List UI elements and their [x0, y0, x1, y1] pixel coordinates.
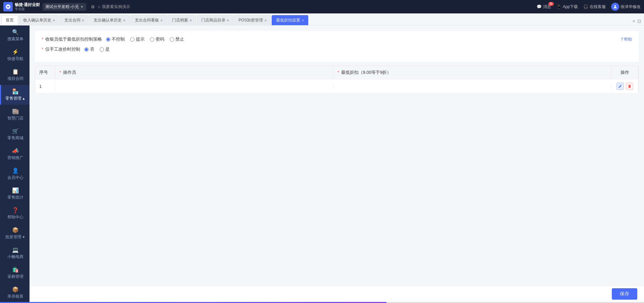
- tab-min-discount-close[interactable]: ×: [302, 18, 304, 22]
- sidebar-item-ecommerce[interactable]: 💻 小畅电商: [0, 243, 30, 263]
- tab-payment-board-label: 支出合同看板: [135, 17, 159, 23]
- help-icon: ❓: [12, 207, 19, 213]
- wholesale-icon: 📦: [12, 227, 19, 233]
- sidebar-item-purchase[interactable]: 🛍️ 采购管理: [0, 263, 30, 283]
- sidebar-item-smart-store[interactable]: 🏬 智慧门店: [0, 105, 30, 124]
- tab-bar-actions: × ⊡: [630, 18, 644, 25]
- close-tab-icon[interactable]: ×: [633, 18, 635, 24]
- help-link[interactable]: ? 帮助: [621, 37, 632, 42]
- help-link-label: 帮助: [624, 37, 632, 42]
- tab-payment-contract-label: 支出合同: [64, 17, 80, 23]
- manual-required-star: *: [42, 47, 43, 52]
- sidebar-item-shortcut[interactable]: ⚡ 快捷导航: [0, 45, 30, 65]
- sidebar-item-online-store[interactable]: 🛒 零售商城: [0, 124, 30, 144]
- sidebar-item-help[interactable]: ❓ 帮助中心: [0, 204, 30, 223]
- sidebar-item-project-label: 项目合同: [7, 76, 23, 82]
- tab-payment-confirm-history[interactable]: 支出确认单历史 ×: [89, 15, 130, 25]
- service-button[interactable]: 🎧 在线客服: [583, 4, 606, 10]
- app-label: App下载: [563, 4, 578, 10]
- sidebar-item-shortcut-label: 快捷导航: [7, 56, 23, 62]
- top-bar: 畅捷·通好业财 专业版 测试分开发程-小兄 ▼ ⚙ ○ 我要看实例演示 💬 消息…: [0, 0, 644, 13]
- tab-min-discount-label: 最低折扣设置: [276, 17, 300, 23]
- delete-row-button[interactable]: [626, 83, 633, 90]
- manual-label: * 仅手工改价时控制: [42, 46, 80, 52]
- manual-radio-group: 否 是: [84, 46, 110, 52]
- tab-store-goods-close[interactable]: ×: [227, 18, 229, 22]
- sidebar-item-inventory-label: 库存核算: [7, 294, 23, 299]
- smart-store-icon: 🏬: [12, 108, 19, 114]
- sidebar-item-retail-stats[interactable]: 📊 零售统计: [0, 184, 30, 204]
- manual-control-row: * 仅手工改价时控制 否 是: [42, 46, 632, 52]
- table-header: 序号 * 操作员 * 最低折扣（9.00等于9折） 操作: [35, 66, 639, 79]
- tab-home-label: 首页: [6, 17, 14, 23]
- tab-payment-contract-close[interactable]: ×: [82, 18, 84, 22]
- discount-required-star: *: [337, 70, 339, 75]
- cashier-required-star: *: [42, 37, 43, 42]
- top-bar-right: 💬 消息 8 📱 App下载 🎧 在线客服 徐泽华修改: [537, 3, 641, 11]
- cashier-radio-remind[interactable]: 提示: [130, 36, 145, 42]
- sidebar-item-purchase-label: 采购管理: [7, 274, 23, 280]
- message-badge: 8: [548, 2, 554, 6]
- td-discount-1: [333, 83, 611, 90]
- sidebar-item-search[interactable]: 🔍 搜索菜单: [0, 26, 30, 45]
- td-seq-1: 1: [35, 81, 55, 92]
- sidebar-item-smart-store-label: 智慧门店: [7, 115, 23, 121]
- cashier-radio-forbid[interactable]: 禁止: [170, 36, 184, 42]
- tab-payment-board-close[interactable]: ×: [160, 18, 163, 22]
- save-button[interactable]: 保存: [612, 288, 637, 300]
- demo-link[interactable]: ○ 我要看实例演示: [98, 4, 130, 10]
- tab-pos-password[interactable]: POS加密管理 ×: [234, 15, 271, 25]
- project-selector[interactable]: 测试分开发程-小兄 ▼: [43, 3, 86, 11]
- sidebar-item-wholesale[interactable]: 📦 批发管理 ▼: [0, 223, 30, 243]
- cashier-radio-password-input[interactable]: [150, 37, 154, 42]
- settings-form-card: * 收银员低于最低折扣控制策略 不控制 提示: [35, 31, 639, 62]
- manual-radio-no-input[interactable]: [84, 47, 89, 52]
- cashier-radio-password-label: 密码: [156, 36, 164, 42]
- cashier-radio-password[interactable]: 密码: [150, 36, 164, 42]
- marketing-icon: 📣: [12, 148, 19, 154]
- sidebar-item-retail[interactable]: 🏪 零售管理 ▲: [0, 85, 30, 105]
- sidebar-item-marketing[interactable]: 📣 营销推广: [0, 144, 30, 164]
- tab-store-goods[interactable]: 门店商品目录 ×: [197, 15, 233, 25]
- cashier-radio-group: 不控制 提示 密码 禁止: [106, 36, 184, 42]
- service-label: 在线客服: [590, 4, 606, 10]
- user-profile[interactable]: 徐泽华修改: [611, 3, 641, 11]
- sidebar-item-marketing-label: 营销推广: [7, 155, 23, 161]
- tab-payment-board[interactable]: 支出合同看板 ×: [130, 15, 167, 25]
- cashier-radio-forbid-input[interactable]: [170, 37, 174, 42]
- tab-pos-password-close[interactable]: ×: [264, 18, 267, 22]
- manual-radio-yes[interactable]: 是: [100, 46, 110, 52]
- settings-icon[interactable]: ⚙: [91, 4, 95, 9]
- logo-icon: [3, 2, 13, 11]
- app-download-button[interactable]: 📱 App下载: [556, 4, 578, 10]
- tab-store-archive-close[interactable]: ×: [190, 18, 192, 22]
- cashier-radio-remind-input[interactable]: [130, 37, 135, 42]
- tab-income-history-close[interactable]: ×: [53, 18, 55, 22]
- tab-store-archive[interactable]: 门店档案 ×: [168, 15, 196, 25]
- sidebar-item-member[interactable]: 👤 会员中心: [0, 164, 30, 184]
- sidebar-item-wholesale-label: 批发管理: [5, 234, 21, 240]
- tab-payment-confirm-history-close[interactable]: ×: [123, 18, 125, 22]
- sidebar-item-project[interactable]: 📋 项目合同: [0, 65, 30, 85]
- th-action: 操作: [611, 66, 638, 79]
- edit-row-button[interactable]: [616, 83, 624, 90]
- member-icon: 👤: [12, 167, 19, 174]
- sidebar-item-ecommerce-label: 小畅电商: [7, 254, 23, 260]
- tab-income-history[interactable]: 收入确认单历史 ×: [19, 15, 59, 25]
- sidebar: 🔍 搜索菜单 ⚡ 快捷导航 📋 项目合同 🏪 零售管理 ▲ 🏬 智慧门店 🛒 零…: [0, 26, 30, 302]
- tab-home[interactable]: 首页: [1, 15, 18, 25]
- cashier-radio-remind-label: 提示: [136, 36, 145, 42]
- cashier-radio-no-control-input[interactable]: [106, 37, 110, 42]
- sidebar-item-inventory[interactable]: 📦 库存核算: [0, 283, 30, 302]
- cashier-radio-no-control[interactable]: 不控制: [106, 36, 125, 42]
- message-button[interactable]: 💬 消息 8: [537, 4, 551, 10]
- demo-link-label: 我要看实例演示: [102, 4, 130, 10]
- manual-radio-no[interactable]: 否: [84, 46, 94, 52]
- manual-radio-yes-input[interactable]: [100, 47, 104, 52]
- tab-payment-contract[interactable]: 支出合同 ×: [60, 15, 89, 25]
- restore-tab-icon[interactable]: ⊡: [637, 18, 641, 24]
- pro-badge: 专业版: [15, 7, 40, 11]
- tab-min-discount[interactable]: 最低折扣设置 ×: [272, 15, 308, 25]
- th-operator: * 操作员: [55, 66, 333, 79]
- manual-radio-no-label: 否: [90, 46, 94, 52]
